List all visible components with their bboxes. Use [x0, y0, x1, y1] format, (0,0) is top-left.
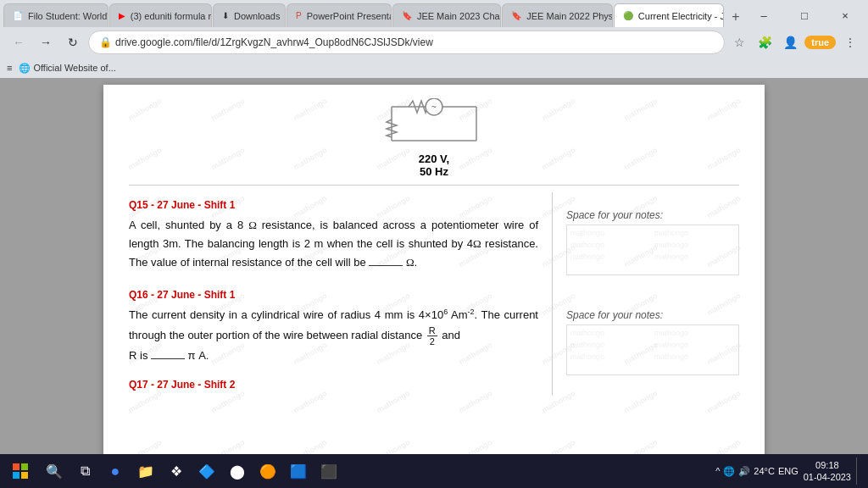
tab-eduniti[interactable]: ▶ (3) eduniti formula re ×	[109, 3, 212, 27]
paused-badge: true	[804, 36, 836, 49]
dropbox-button[interactable]: ❖	[163, 458, 190, 485]
q16-text-2: R is π A.	[129, 347, 538, 365]
bookmark-star-button[interactable]: ☆	[728, 31, 750, 53]
tab-filo[interactable]: 📄 Filo Student: World's ×	[3, 3, 108, 27]
doc-container[interactable]: // Generate watermark cells for(let i=0;…	[0, 78, 868, 454]
q16-text: The current density in a cylindrical wir…	[129, 306, 538, 347]
notes-column: Space for your notes: mathongomathongo m…	[553, 192, 739, 396]
tab-bar: 📄 Filo Student: World's × ▶ (3) eduniti …	[0, 0, 868, 27]
two-column-layout: Q15 - 27 June - Shift 1 A cell, shunted …	[129, 192, 739, 396]
extension-button[interactable]: 🧩	[754, 31, 776, 53]
svg-rect-7	[21, 463, 28, 470]
search-taskbar-button[interactable]: 🔍	[41, 458, 68, 485]
app6-button[interactable]: ⬤	[224, 458, 251, 485]
volume-icon: 🔊	[738, 466, 750, 477]
temperature: 24°C	[754, 466, 775, 476]
taskbar-right: ^ 🌐 🔊 24°C ENG 09:18 01-04-2023	[715, 458, 868, 485]
q16-label: Q16 - 27 June - Shift 1	[129, 289, 538, 301]
tab-ppt[interactable]: P PowerPoint Presentat ×	[287, 3, 392, 27]
file-explorer-button[interactable]: 📁	[132, 458, 159, 485]
voltage-label: 220 V, 50 Hz	[129, 152, 739, 178]
notes-box-1: mathongomathongo mathongomathongo mathon…	[566, 225, 739, 275]
time-display: 09:18	[804, 459, 851, 471]
q17-label: Q17 - 27 June - Shift 2	[129, 379, 538, 391]
app8-button[interactable]: 🟦	[285, 458, 312, 485]
window-controls: – □ ×	[744, 3, 865, 27]
back-button[interactable]: ←	[7, 30, 31, 54]
q17-section-start: Q17 - 27 June - Shift 2	[129, 379, 538, 391]
questions-column: Q15 - 27 June - Shift 1 A cell, shunted …	[129, 192, 553, 396]
q15-label: Q15 - 27 June - Shift 1	[129, 199, 538, 211]
address-bar: ← → ↻ 🔒 drive.google.com/file/d/1ZrgKvgz…	[0, 27, 868, 58]
section-divider	[129, 185, 739, 186]
svg-rect-9	[21, 472, 28, 479]
tab-downloads[interactable]: ⬇ Downloads ×	[213, 3, 286, 27]
svg-text:~: ~	[431, 103, 437, 112]
minimize-button[interactable]: –	[744, 3, 783, 27]
notes-box-2: mathongomathongo mathongomathongo mathon…	[566, 324, 739, 375]
bookmark-bar: ≡ 🌐 Official Website of...	[0, 58, 868, 78]
lang-indicator: ENG	[778, 466, 798, 476]
profile-button[interactable]: 👤	[779, 31, 801, 53]
tab-current-elec[interactable]: 🟢 Current Electricity - JE ×	[614, 3, 724, 27]
taskbar-left: 🔍 ⧉ ● 📁 ❖ 🔷 ⬤ 🟠 🟦 ⬛	[0, 454, 342, 488]
browser-window: 📄 Filo Student: World's × ▶ (3) eduniti …	[0, 0, 868, 454]
taskbar: 🔍 ⧉ ● 📁 ❖ 🔷 ⬤ 🟠 🟦 ⬛ ^ 🌐 🔊 24°C ENG 09:18…	[0, 454, 868, 488]
date-display: 01-04-2023	[804, 471, 851, 483]
task-view-button[interactable]: ⧉	[71, 458, 98, 485]
bookmark-official[interactable]: 🌐 Official Website of...	[19, 63, 115, 74]
notes-label-1: Space for your notes:	[566, 209, 739, 221]
reload-button[interactable]: ↻	[61, 30, 85, 54]
tab-jee2022[interactable]: 🔖 JEE Main 2022 Physic ×	[502, 3, 613, 27]
forward-button[interactable]: →	[34, 30, 58, 54]
close-button[interactable]: ×	[826, 3, 865, 27]
menu-button[interactable]: ⋮	[839, 31, 861, 53]
start-button[interactable]	[3, 454, 37, 488]
svg-rect-6	[13, 463, 19, 470]
new-tab-button[interactable]: +	[728, 7, 743, 27]
q15-text: A cell, shunted by a 8 Ω resistance, is …	[129, 216, 538, 272]
content-area: // Generate watermark cells for(let i=0;…	[0, 78, 868, 454]
restore-button[interactable]: □	[785, 3, 824, 27]
clock[interactable]: 09:18 01-04-2023	[804, 459, 851, 484]
q16-section: Q16 - 27 June - Shift 1 The current dens…	[129, 289, 538, 365]
app9-button[interactable]: ⬛	[315, 458, 342, 485]
svg-rect-8	[13, 472, 19, 479]
doc-page: // Generate watermark cells for(let i=0;…	[103, 85, 765, 454]
browser-actions: ☆ 🧩 👤 true ⋮	[728, 31, 861, 53]
url-input[interactable]: 🔒 drive.google.com/file/d/1ZrgKvgzN_avhr…	[88, 30, 725, 54]
app7-button[interactable]: 🟠	[254, 458, 281, 485]
network-icon: 🌐	[723, 466, 735, 477]
notes-label-2: Space for your notes:	[566, 309, 739, 321]
show-desktop-button[interactable]	[856, 458, 861, 485]
app5-button[interactable]: 🔷	[193, 458, 220, 485]
tab-jee2023[interactable]: 🔖 JEE Main 2023 Chapt ×	[392, 3, 501, 27]
chrome-taskbar-button[interactable]: ●	[102, 458, 129, 485]
tray-arrow[interactable]: ^	[715, 466, 720, 476]
circuit-diagram: ~	[129, 98, 739, 149]
sys-tray: ^ 🌐 🔊 24°C ENG	[715, 466, 798, 477]
